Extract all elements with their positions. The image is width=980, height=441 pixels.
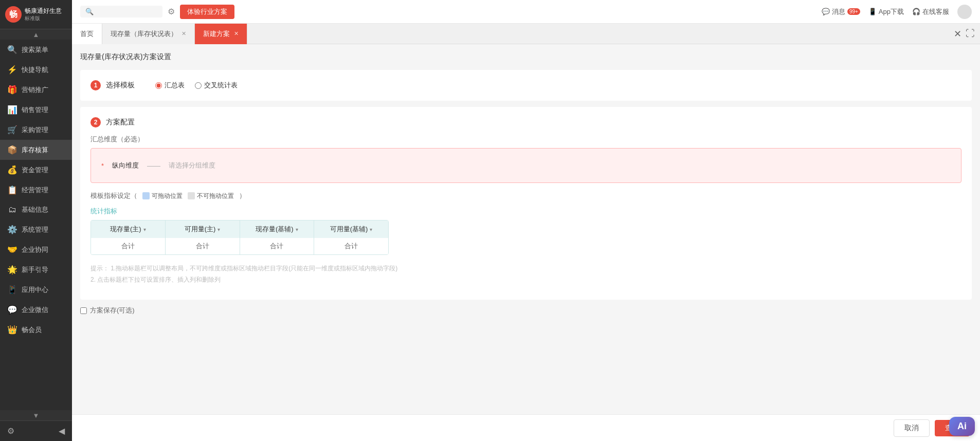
sidebar-item-purchase[interactable]: 🛒 采购管理 bbox=[0, 120, 72, 140]
sidebar-nav: 🔍 搜索菜单 ⚡ 快捷导航 🎁 营销推广 📊 销售管理 🛒 采购管理 📦 库存核… bbox=[0, 40, 72, 410]
radio-summary-input[interactable] bbox=[155, 82, 162, 89]
stats-col-3-label: 可用量(基辅) bbox=[330, 225, 368, 234]
sidebar-logo: 畅 畅康通好生意 标准版 bbox=[0, 0, 72, 29]
sidebar-item-label: 快捷导航 bbox=[22, 65, 48, 75]
app-download-label: App下载 bbox=[879, 7, 904, 16]
radio-summary[interactable]: 汇总表 bbox=[155, 81, 185, 90]
wechat-icon: 💬 bbox=[7, 305, 17, 315]
system-icon: ⚙️ bbox=[7, 225, 17, 234]
fixed-dot bbox=[188, 192, 195, 199]
sidebar-item-basic-info[interactable]: 🗂 基础信息 bbox=[0, 200, 72, 219]
save-checkbox[interactable] bbox=[80, 307, 87, 314]
chevron-down-icon-2[interactable]: ▾ bbox=[296, 227, 298, 232]
step1-card: 1 选择模板 汇总表 交叉统计表 bbox=[80, 70, 972, 101]
sidebar-item-enterprise[interactable]: 🤝 企业协同 bbox=[0, 240, 72, 260]
radio-cross-input[interactable] bbox=[195, 82, 202, 89]
online-service-label: 在线客服 bbox=[922, 7, 949, 16]
sidebar-item-operation[interactable]: 📋 经营管理 bbox=[0, 180, 72, 200]
save-option-row: 方案保存(可选) bbox=[80, 306, 972, 315]
sidebar-item-app-center[interactable]: 📱 应用中心 bbox=[0, 280, 72, 300]
movable-label: 可拖动位置 bbox=[152, 192, 183, 200]
stats-col-0-label: 现存量(主) bbox=[110, 225, 141, 234]
radio-cross[interactable]: 交叉统计表 bbox=[195, 81, 238, 90]
stats-col-3[interactable]: 可用量(基辅) ▾ bbox=[314, 220, 388, 238]
cancel-button[interactable]: 取消 bbox=[894, 419, 930, 437]
app-logo-icon: 畅 bbox=[5, 6, 22, 23]
tab-new-scheme-close[interactable]: ✕ bbox=[234, 30, 239, 37]
fixed-label: 不可拖动位置 bbox=[197, 192, 234, 200]
topbar-right: 💬 消息 99+ 📱 App下载 🎧 在线客服 bbox=[822, 5, 972, 19]
tab-inventory[interactable]: 现存量（库存状况表） ✕ bbox=[102, 24, 195, 44]
trial-button[interactable]: 体验行业方案 bbox=[180, 5, 234, 19]
sidebar-item-finance[interactable]: 💰 资金管理 bbox=[0, 160, 72, 180]
tab-new-scheme[interactable]: 新建方案 ✕ bbox=[195, 24, 247, 44]
tab-home[interactable]: 首页 bbox=[72, 24, 102, 44]
quick-nav-icon: ⚡ bbox=[7, 65, 17, 75]
sidebar-item-label: 新手引导 bbox=[22, 265, 48, 274]
sales-icon: 📊 bbox=[7, 105, 17, 115]
sidebar-item-quick-nav[interactable]: ⚡ 快捷导航 bbox=[0, 60, 72, 80]
online-service-button[interactable]: 🎧 在线客服 bbox=[912, 7, 949, 16]
indicator-fixed: 不可拖动位置 bbox=[188, 192, 234, 200]
stats-col-1-label: 可用量(主) bbox=[185, 225, 216, 234]
step2-row: 2 方案配置 bbox=[90, 117, 961, 127]
sidebar-item-member[interactable]: 👑 畅会员 bbox=[0, 320, 72, 340]
ai-badge[interactable]: Ai bbox=[949, 417, 975, 436]
finance-icon: 💰 bbox=[7, 165, 17, 175]
stats-col-1[interactable]: 可用量(主) ▾ bbox=[166, 220, 240, 238]
stats-section: 统计指标 现存量(主) ▾ 可用量(主) ▾ 现存量(基辅) bbox=[90, 207, 961, 255]
sidebar-item-label: 经营管理 bbox=[22, 186, 48, 195]
collapse-icon[interactable]: ◀ bbox=[59, 426, 65, 436]
search-input[interactable] bbox=[97, 8, 153, 15]
sidebar-item-sales[interactable]: 📊 销售管理 bbox=[0, 100, 72, 120]
sidebar-item-search[interactable]: 🔍 搜索菜单 bbox=[0, 40, 72, 60]
sidebar-item-newbie[interactable]: 🌟 新手引导 bbox=[0, 260, 72, 280]
sidebar-scroll-down[interactable]: ▼ bbox=[0, 410, 72, 420]
topbar-search-box[interactable]: 🔍 bbox=[80, 6, 162, 17]
settings-icon[interactable]: ⚙ bbox=[7, 426, 14, 436]
sidebar-item-label: 营销推广 bbox=[22, 85, 48, 95]
step1-badge: 1 bbox=[90, 80, 101, 90]
online-service-icon: 🎧 bbox=[912, 8, 920, 15]
movable-dot bbox=[142, 192, 150, 199]
stats-table-header: 现存量(主) ▾ 可用量(主) ▾ 现存量(基辅) ▾ 可用量(基辅) bbox=[91, 220, 388, 238]
user-avatar[interactable] bbox=[957, 5, 972, 19]
search-icon: 🔍 bbox=[85, 8, 94, 15]
dimension-required-mark: * bbox=[101, 162, 104, 170]
indicator-movable: 可拖动位置 bbox=[142, 192, 183, 200]
app-name-block: 畅康通好生意 标准版 bbox=[25, 7, 62, 23]
stats-body-1: 合计 bbox=[166, 238, 240, 254]
sidebar-item-marketing[interactable]: 🎁 营销推广 bbox=[0, 80, 72, 100]
sidebar-item-label: 销售管理 bbox=[22, 105, 48, 115]
chevron-down-icon-3[interactable]: ▾ bbox=[370, 227, 372, 232]
dimension-box[interactable]: * 纵向维度 —— 请选择分组维度 bbox=[90, 148, 961, 183]
sidebar-item-system[interactable]: ⚙️ 系统管理 bbox=[0, 219, 72, 240]
sidebar-item-wechat[interactable]: 💬 企业微信 bbox=[0, 300, 72, 320]
save-label: 方案保存(可选) bbox=[90, 306, 135, 315]
app-download-button[interactable]: 📱 App下载 bbox=[868, 7, 904, 16]
tab-close-icon[interactable]: ✕ bbox=[954, 28, 961, 40]
dimension-placeholder: 请选择分组维度 bbox=[169, 161, 215, 170]
gear-icon[interactable]: ⚙ bbox=[168, 7, 175, 16]
message-button[interactable]: 💬 消息 99+ bbox=[822, 7, 860, 16]
step1-row: 1 选择模板 汇总表 交叉统计表 bbox=[90, 80, 961, 90]
sidebar-scroll-up[interactable]: ▲ bbox=[0, 29, 72, 40]
tab-inventory-close[interactable]: ✕ bbox=[182, 30, 186, 37]
tab-expand-icon[interactable]: ⛶ bbox=[966, 28, 975, 39]
hint-area: 提示： 1.拖动标题栏可以调整布局，不可跨维度或指标区域拖动栏目字段(只能在同一… bbox=[90, 263, 961, 285]
step2-card: 2 方案配置 汇总维度（必选） * 纵向维度 —— 请选择分组维度 模板指标设定… bbox=[80, 107, 972, 300]
stats-col-2[interactable]: 现存量(基辅) ▾ bbox=[240, 220, 315, 238]
sidebar-item-label: 畅会员 bbox=[22, 325, 42, 335]
message-badge: 99+ bbox=[847, 8, 860, 15]
chevron-down-icon-0[interactable]: ▾ bbox=[143, 227, 146, 232]
stats-col-0[interactable]: 现存量(主) ▾ bbox=[91, 220, 166, 238]
tabs-actions: ✕ ⛶ bbox=[954, 28, 980, 40]
sidebar: 畅 畅康通好生意 标准版 ▲ 🔍 搜索菜单 ⚡ 快捷导航 🎁 营销推广 📊 销售… bbox=[0, 0, 72, 441]
sidebar-item-inventory[interactable]: 📦 库存核算 bbox=[0, 140, 72, 160]
chevron-down-icon-1[interactable]: ▾ bbox=[217, 227, 220, 232]
step1-title: 选择模板 bbox=[106, 81, 135, 90]
topbar: 🔍 ⚙ 体验行业方案 💬 消息 99+ 📱 App下载 🎧 在线客服 bbox=[72, 0, 980, 24]
sidebar-bottom: ⚙ ◀ bbox=[0, 420, 72, 441]
sidebar-item-label: 企业微信 bbox=[22, 305, 48, 315]
dimension-dash: —— bbox=[147, 162, 160, 170]
